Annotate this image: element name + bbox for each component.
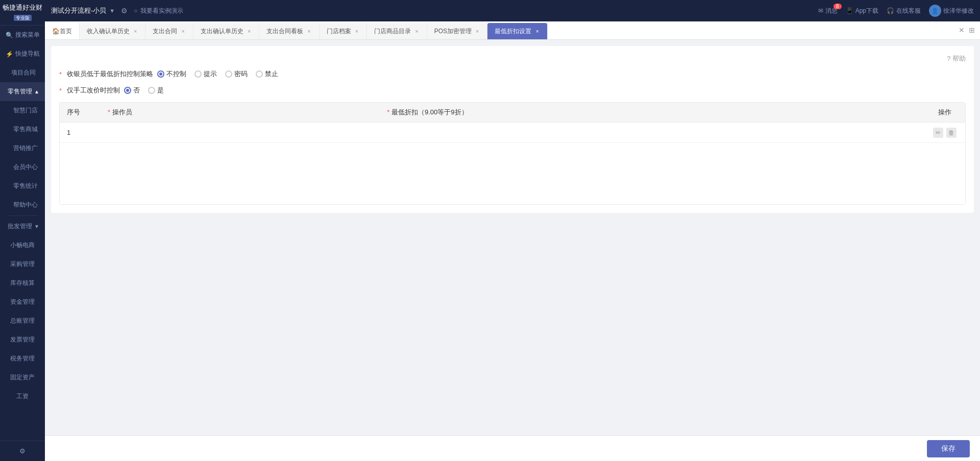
user-icon: 👤 (932, 8, 939, 14)
page-content: ? 帮助 * 收银员低于最低折扣控制策略 不控制 (45, 40, 980, 435)
sidebar-item-ledger[interactable]: 总账管理 (0, 311, 45, 330)
sidebar-item-retail-management[interactable]: 零售管理 ▲ (0, 82, 45, 101)
manual-label: 仅手工改价时控制 (67, 86, 120, 95)
sidebar-item-label: 帮助中心 (13, 201, 38, 209)
tab-payment-confirm-history[interactable]: 支出确认单历史 × (193, 23, 259, 39)
customer-service-button[interactable]: 🎧 在线客服 (887, 7, 921, 15)
tab-close-icon[interactable]: × (534, 28, 540, 34)
sidebar-item-label: 批发管理 (8, 222, 32, 231)
tabbar-actions: ✕ ⊞ (953, 21, 980, 39)
save-button[interactable]: 保存 (927, 440, 970, 457)
settings-card: ? 帮助 * 收银员低于最低折扣控制策略 不控制 (51, 46, 974, 213)
sidebar-item-label: 零售管理 (8, 87, 32, 96)
sidebar-item-search[interactable]: 🔍 搜索菜单 (0, 26, 45, 44)
demo-link[interactable]: ○ 我要看实例演示 (134, 7, 183, 15)
col-header-label: 操作员 (112, 108, 132, 116)
topbar: 测试分开流程-小贝 ▼ ⚙ ○ 我要看实例演示 ✉ 消息 8 📱 App下载 🎧… (45, 0, 980, 21)
tab-payment-contract[interactable]: 支出合同 × (145, 23, 193, 39)
tab-store-product-catalog[interactable]: 门店商品目录 × (367, 23, 427, 39)
edit-row-button[interactable]: ✏ (933, 128, 943, 138)
sidebar-item-invoice[interactable]: 发票管理 (0, 330, 45, 349)
sidebar-item-member-center[interactable]: 会员中心 (0, 158, 45, 177)
sidebar-item-label: 发票管理 (10, 335, 35, 344)
radio-yes[interactable]: 是 (148, 86, 164, 95)
tab-label: 首页 (60, 27, 72, 36)
radio-circle (157, 70, 164, 78)
tab-home[interactable]: 🏠 首页 (45, 23, 80, 39)
tab-close-icon[interactable]: × (180, 28, 185, 34)
sidebar-item-label: 零售商城 (13, 125, 38, 134)
sidebar-item-help-center[interactable]: 帮助中心 (0, 196, 45, 214)
help-label: 帮助 (952, 55, 966, 62)
tab-close-icon[interactable]: × (306, 28, 311, 34)
manual-control-radio-group: 否 是 (124, 86, 164, 95)
demo-icon: ○ (134, 7, 137, 14)
app-download-button[interactable]: 📱 App下载 (846, 7, 878, 15)
sidebar-item-label: 搜索菜单 (15, 31, 40, 39)
logo-badge: 专业版 (14, 15, 32, 21)
sidebar-item-payroll[interactable]: 工资 (0, 387, 45, 406)
radio-circle (256, 70, 263, 78)
sidebar-item-retail-stats[interactable]: 零售统计 (0, 177, 45, 196)
help-button[interactable]: ? 帮助 (947, 54, 966, 63)
cell-seq: 1 (60, 125, 101, 140)
sidebar-item-ecommerce[interactable]: 小畅电商 (0, 236, 45, 255)
question-icon: ? (947, 55, 950, 62)
sidebar-item-project-contract[interactable]: 项目合同 (0, 63, 45, 82)
sidebar-item-retail-mall[interactable]: 零售商城 (0, 120, 45, 139)
col-header-discount: * 最低折扣（9.00等于9折） (380, 103, 924, 122)
settings-button[interactable]: ⚙ (121, 7, 128, 15)
tab-close-icon[interactable]: × (247, 28, 252, 34)
radio-circle (194, 70, 202, 78)
sidebar-item-tax[interactable]: 税务管理 (0, 349, 45, 368)
sidebar-item-marketing[interactable]: 营销推广 (0, 139, 45, 158)
sidebar-item-purchase[interactable]: 采购管理 (0, 255, 45, 274)
tab-close-icon[interactable]: × (133, 28, 138, 34)
tab-payment-contract-board[interactable]: 支出合同看板 × (259, 23, 319, 39)
close-tab-button[interactable]: ✕ (959, 26, 965, 34)
radio-label: 密码 (234, 69, 248, 79)
radio-no-control[interactable]: 不控制 (157, 69, 186, 79)
user-menu-button[interactable]: 👤 徐泽华修改 (929, 5, 974, 17)
radio-remind[interactable]: 提示 (194, 69, 217, 79)
sidebar-item-label: 资金管理 (10, 298, 35, 306)
tab-income-confirm-history[interactable]: 收入确认单历史 × (80, 23, 145, 39)
radio-label: 否 (133, 86, 140, 95)
sidebar: 畅捷通好业财 专业版 🔍 搜索菜单 ⚡ 快捷导航 项目合同 零售管理 ▲ 智慧门… (0, 0, 45, 461)
cell-actions: ✏ 🗑 (924, 124, 965, 142)
sidebar-item-fixed-assets[interactable]: 固定资产 (0, 368, 45, 387)
tab-pos-password[interactable]: POS加密管理 × (427, 23, 488, 39)
sidebar-item-quick-nav[interactable]: ⚡ 快捷导航 (0, 44, 45, 63)
tab-close-icon[interactable]: × (414, 28, 419, 34)
col-header-operator: * 操作员 (101, 103, 380, 122)
maximize-button[interactable]: ⊞ (969, 26, 975, 34)
sidebar-item-label: 固定资产 (10, 373, 35, 382)
tab-min-discount-setting[interactable]: 最低折扣设置 × (487, 23, 547, 39)
sidebar-item-label: 采购管理 (10, 260, 35, 269)
radio-label: 是 (157, 86, 164, 95)
col-header-label: 最低折扣（9.00等于9折） (391, 108, 468, 116)
bottom-bar: 保存 (45, 435, 980, 461)
gear-icon: ⚙ (19, 447, 26, 455)
delete-icon: 🗑 (948, 129, 954, 136)
sidebar-settings-button[interactable]: ⚙ (0, 441, 45, 461)
sidebar-item-label: 总账管理 (10, 317, 35, 325)
sidebar-item-smart-store[interactable]: 智慧门店 (0, 101, 45, 120)
radio-forbid[interactable]: 禁止 (256, 69, 278, 79)
delete-row-button[interactable]: 🗑 (946, 128, 957, 138)
tab-store-file[interactable]: 门店档案 × (320, 23, 367, 39)
radio-password[interactable]: 密码 (225, 69, 248, 79)
messages-button[interactable]: ✉ 消息 8 (818, 7, 838, 15)
home-icon: 🏠 (52, 28, 60, 35)
sidebar-item-inventory[interactable]: 库存核算 (0, 274, 45, 293)
sidebar-divider (7, 215, 38, 216)
radio-no[interactable]: 否 (124, 86, 140, 95)
radio-label: 禁止 (265, 69, 278, 79)
radio-circle (225, 70, 232, 78)
sidebar-item-fund[interactable]: 资金管理 (0, 293, 45, 311)
tab-close-icon[interactable]: × (354, 28, 359, 34)
sidebar-item-batch-management[interactable]: 批发管理 ▼ (0, 217, 45, 236)
tab-close-icon[interactable]: × (475, 28, 480, 34)
required-star2: * (59, 87, 62, 94)
project-selector[interactable]: 测试分开流程-小贝 ▼ (51, 6, 115, 15)
